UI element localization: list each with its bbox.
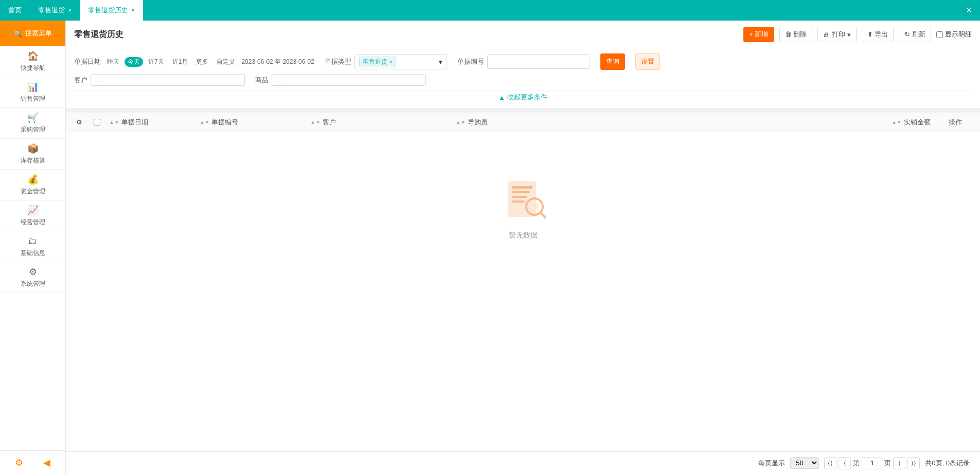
page-label: 第 [853, 459, 860, 468]
sidebar-menu: 🏠 快捷导航 📊 销售管理 🛒 采购管理 📦 库存核算 💰 资金管理 📈 [0, 46, 65, 450]
sidebar-item-purchase-mgmt[interactable]: 🛒 采购管理 [0, 108, 65, 139]
delete-button-label: 🗑 删除 [785, 30, 807, 39]
doc-type-label: 单据类型 [325, 57, 351, 66]
delete-button[interactable]: 🗑 删除 [779, 27, 813, 42]
date-shortcuts: 昨天 今天 近7天 近1月 更多 自定义 [104, 57, 238, 67]
pagination-bar: 每页显示 50 20 100 200 ⟨⟨ ⟨ 第 页 ⟩ ⟩⟩ 共0页, 0条… [66, 451, 980, 474]
print-button[interactable]: 🖨 打印 ▾ [817, 27, 857, 42]
main-layout: 🔍 搜索菜单 🏠 快捷导航 📊 销售管理 🛒 采购管理 📦 库存核算 💰 [0, 21, 980, 474]
sidebar-item-finance-label: 资金管理 [21, 187, 45, 196]
sales-icon: 📊 [27, 81, 39, 93]
system-icon: ⚙ [29, 266, 37, 278]
th-amount-label: 实销金额 [904, 118, 931, 127]
th-amount: ▲▼ 实销金额 [844, 118, 935, 127]
print-button-label: 🖨 打印 [823, 30, 845, 39]
doc-no-filter: 单据编号 [457, 54, 590, 69]
tab-retail-return[interactable]: 零售退货 × [30, 0, 80, 21]
page-header: 零售退货历史 + 新增 🗑 删除 🖨 打印 ▾ ⬆ 导出 [66, 21, 980, 108]
th-date-sort-icon[interactable]: ▲▼ [109, 120, 119, 125]
show-detail-label[interactable]: 显示明细 [936, 30, 972, 39]
select-all-checkbox[interactable] [94, 119, 100, 125]
prev-page-btn[interactable]: ⟨ [839, 457, 851, 469]
goods-select[interactable]: … [272, 74, 426, 86]
collapse-up-icon: ▲ [498, 94, 505, 101]
sidebar-item-operations[interactable]: 📈 经营管理 [0, 200, 65, 231]
table-wrapper: ⚙ ▲▼ 单据日期 ▲▼ 单据编号 ▲▼ 客户 ▲▼ [66, 113, 980, 451]
new-button[interactable]: + 新增 [743, 27, 774, 42]
sidebar-item-sales-mgmt-label: 销售管理 [21, 95, 45, 103]
page-title: 零售退货历史 [74, 29, 123, 40]
date-range-value: 2023-06-02 至 2023-06-02 [241, 58, 314, 66]
th-guide-sort-icon[interactable]: ▲▼ [455, 120, 466, 125]
tab-retail-return-history-close[interactable]: × [131, 7, 135, 14]
sidebar-item-sales-mgmt[interactable]: 📊 销售管理 [0, 77, 65, 108]
query-button[interactable]: 查询 [600, 53, 625, 70]
filter-row-1: 单据日期 昨天 今天 近7天 近1月 更多 自定义 2023-06-02 至 2… [74, 53, 972, 70]
show-detail-checkbox[interactable] [936, 31, 943, 38]
sidebar-item-system-mgmt[interactable]: ⚙ 系统管理 [0, 262, 65, 293]
sidebar-item-quick-nav-label: 快捷导航 [21, 64, 45, 72]
collapse-more-btn[interactable]: ▲ 收起更多条件 [74, 90, 972, 104]
main-content: 零售退货历史 + 新增 🗑 删除 🖨 打印 ▾ ⬆ 导出 [66, 21, 980, 474]
per-page-select[interactable]: 50 20 100 200 [790, 457, 819, 469]
th-customer-sort-icon[interactable]: ▲▼ [310, 120, 320, 125]
goods-filter-label: 商品 [255, 76, 269, 85]
sidebar-item-finance[interactable]: 💰 资金管理 [0, 170, 65, 200]
sidebar-item-purchase-mgmt-label: 采购管理 [21, 125, 45, 134]
page-title-row: 零售退货历史 + 新增 🗑 删除 🖨 打印 ▾ ⬆ 导出 [74, 27, 972, 42]
window-close-button[interactable]: × [958, 5, 980, 16]
export-button[interactable]: ⬆ 导出 [862, 27, 894, 42]
customer-select[interactable]: … [91, 74, 245, 86]
sidebar-item-basic-info[interactable]: 🗂 基础信息 [0, 231, 65, 262]
operations-icon: 📈 [27, 205, 39, 216]
doc-type-select[interactable]: 零售退货 × ▾ [354, 54, 447, 69]
page-input[interactable] [862, 457, 882, 469]
collapse-sidebar-icon[interactable]: ◀ [43, 457, 50, 468]
show-detail-text: 显示明细 [945, 30, 972, 39]
customer-placeholder: … [95, 76, 102, 84]
filter-area: 单据日期 昨天 今天 近7天 近1月 更多 自定义 2023-06-02 至 2… [74, 48, 972, 108]
more-shortcut[interactable]: 更多 [193, 57, 211, 67]
tab-home[interactable]: 首页 [0, 0, 30, 21]
svg-rect-1 [512, 186, 532, 189]
yesterday-shortcut[interactable]: 昨天 [104, 57, 122, 67]
refresh-button-label: ↻ 刷新 [904, 30, 925, 39]
th-check[interactable] [88, 119, 105, 125]
print-dropdown-icon[interactable]: ▾ [847, 31, 851, 39]
doc-type-tag: 零售退货 × [359, 57, 396, 67]
svg-line-6 [540, 212, 545, 217]
th-op-label: 操作 [949, 118, 962, 127]
th-no-label: 单据编号 [211, 118, 238, 127]
7days-shortcut[interactable]: 近7天 [145, 57, 167, 67]
1month-shortcut[interactable]: 近1月 [169, 57, 191, 67]
doc-type-tag-value: 零售退货 [363, 58, 387, 66]
tab-home-label: 首页 [8, 6, 22, 15]
custom-shortcut[interactable]: 自定义 [213, 57, 238, 67]
sidebar-item-inventory[interactable]: 📦 库存核算 [0, 139, 65, 170]
column-settings-icon[interactable]: ⚙ [76, 118, 82, 126]
today-shortcut[interactable]: 今天 [124, 57, 143, 67]
th-settings[interactable]: ⚙ [70, 118, 88, 126]
tab-retail-return-close[interactable]: × [68, 7, 72, 14]
empty-text: 暂无数据 [509, 231, 538, 240]
tab-retail-return-history[interactable]: 零售退货历史 × [80, 0, 143, 21]
th-guide-label: 导购员 [468, 118, 488, 127]
th-no-sort-icon[interactable]: ▲▼ [200, 120, 210, 125]
home-icon: 🏠 [27, 50, 39, 62]
th-amount-sort-icon[interactable]: ▲▼ [892, 120, 902, 125]
doc-type-tag-close[interactable]: × [389, 59, 393, 65]
tab-retail-return-history-label: 零售退货历史 [88, 6, 128, 15]
next-page-btn[interactable]: ⟩ [893, 457, 905, 469]
sidebar-bottom: ⚙ ◀ [0, 450, 65, 474]
sidebar-item-quick-nav[interactable]: 🏠 快捷导航 [0, 46, 65, 77]
sidebar-search[interactable]: 🔍 搜索菜单 [0, 21, 65, 46]
date-filter: 单据日期 昨天 今天 近7天 近1月 更多 自定义 2023-06-02 至 2… [74, 57, 314, 67]
refresh-button[interactable]: ↻ 刷新 [899, 27, 931, 42]
settings-bottom-icon[interactable]: ⚙ [15, 457, 23, 468]
first-page-btn[interactable]: ⟨⟨ [824, 457, 836, 469]
last-page-btn[interactable]: ⟩⟩ [907, 457, 920, 469]
settings-button[interactable]: 设置 [635, 53, 660, 70]
doc-no-input[interactable] [487, 54, 590, 69]
svg-rect-3 [512, 196, 527, 198]
toolbar: + 新增 🗑 删除 🖨 打印 ▾ ⬆ 导出 ↻ 刷新 [743, 27, 972, 42]
